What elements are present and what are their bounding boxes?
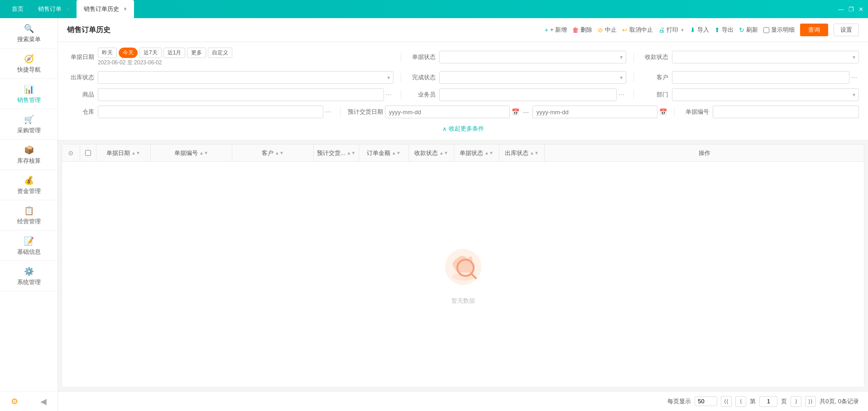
sidebar-item-inventory[interactable]: 📦 库存核算 [0,140,58,170]
chip-today[interactable]: 今天 [119,48,138,58]
tab-sales-order-label: 销售订单 [38,5,62,13]
sidebar-collapse-icon[interactable]: ◀ [40,396,47,406]
tab-sales-history-close[interactable]: × [124,6,127,12]
display-detail-checkbox[interactable]: 显示明细 [763,26,795,34]
tab-home[interactable]: 首页 [5,0,31,18]
th-status-sort-icon[interactable]: ▲▼ [484,151,494,155]
sidebar-item-operations[interactable]: 📋 经营管理 [0,200,58,231]
customer-control: ··· [672,71,859,84]
chip-yesterday[interactable]: 昨天 [98,48,117,58]
th-amount-sort-icon[interactable]: ▲▼ [392,151,401,155]
tab-sales-order-close[interactable]: × [66,6,69,12]
th-checkbox[interactable] [80,145,96,161]
next-page-button[interactable]: ⟩ [791,396,801,407]
export-button[interactable]: ⬆ 导出 [715,26,734,34]
new-button[interactable]: + + 新增 [545,26,567,34]
refresh-button[interactable]: ↻ 刷新 [739,26,758,34]
filter-area: 单据日期 昨天 今天 近7天 近1月 更多 自定义 2023-06-02 至 2… [58,42,868,140]
product-dots-icon[interactable]: ··· [384,91,393,98]
product-input[interactable] [98,88,384,101]
close-icon[interactable]: ✕ [858,6,863,13]
order-code-input[interactable] [713,106,859,118]
setting-button[interactable]: 设置 [834,24,859,36]
th-stock-sort-icon[interactable]: ▲▼ [530,151,539,155]
filter-row-3: 商品 ··· 业务员 ··· 部门 [67,88,859,101]
product-label: 商品 [67,91,94,99]
date-dash: — [523,109,529,116]
sidebar-item-purchase[interactable]: 🛒 采购管理 [0,109,58,140]
divider-1 [401,53,401,62]
order-status-select[interactable] [439,51,626,63]
sidebar-item-system[interactable]: ⚙️ 系统管理 [0,261,58,291]
th-delivery-sort-icon[interactable]: ▲▼ [347,151,356,155]
customer-input[interactable] [672,71,849,84]
stop-icon: ⊘ [598,26,603,34]
salesperson-input[interactable] [439,88,617,101]
minimize-icon[interactable]: — [838,6,844,13]
expected-date-label: 预计交货日期 [348,108,383,116]
warehouse-dots-icon[interactable]: ··· [323,108,333,116]
th-date-sort-icon[interactable]: ▲▼ [131,151,140,155]
expected-date-to[interactable] [532,106,657,118]
per-page-select[interactable]: 10 20 50 100 [695,396,717,406]
th-customer-sort-icon[interactable]: ▲▼ [275,151,284,155]
stop-button[interactable]: ⊘ 中止 [598,26,617,34]
chip-1month[interactable]: 近1月 [163,48,186,58]
import-button[interactable]: ⬇ 导入 [690,26,709,34]
chip-custom[interactable]: 自定义 [208,48,232,58]
export-icon: ⬆ [715,26,720,34]
cancel-stop-button[interactable]: ↩ 取消中止 [622,26,653,34]
sidebar-item-quicknav[interactable]: 🧭 快捷导航 [0,48,58,79]
chip-more[interactable]: 更多 [187,48,206,58]
sidebar-settings-icon[interactable]: ⚙ [11,396,18,406]
divider-4 [633,73,634,82]
expected-date-from[interactable] [385,106,510,118]
sidebar-item-sales[interactable]: 📊 销售管理 [0,79,58,109]
delete-button[interactable]: 🗑 删除 [572,26,592,34]
chip-7days[interactable]: 近7天 [139,48,162,58]
last-page-button[interactable]: ⟩⟩ [805,396,816,407]
calendar-to-icon[interactable]: 📅 [659,108,667,116]
toolbar: + + 新增 🗑 删除 ⊘ 中止 ↩ 取消中止 [545,24,859,36]
display-detail-input[interactable] [763,27,769,33]
sidebar-item-finance-label: 资金管理 [17,187,41,195]
tab-sales-history[interactable]: 销售订单历史 × [77,0,134,18]
tab-sales-order[interactable]: 销售订单 × [31,0,77,18]
stock-out-select[interactable] [98,71,393,84]
print-button[interactable]: 🖨 打印 ▼ [658,26,685,34]
th-settings[interactable]: ⚙ [62,145,80,161]
first-page-button[interactable]: ⟨⟨ [721,396,732,407]
restore-icon[interactable]: ❐ [849,6,854,13]
receipt-status-select[interactable] [672,51,859,63]
order-code-label: 单据编号 [682,108,709,116]
receipt-status-control: ▼ [672,51,859,63]
date-chips-row: 昨天 今天 近7天 近1月 更多 自定义 [98,48,232,58]
gear-icon[interactable]: ⚙ [68,150,74,157]
th-receipt-sort-icon[interactable]: ▲▼ [439,151,448,155]
sidebar-item-basicinfo[interactable]: 📝 基础信息 [0,231,58,261]
calendar-from-icon[interactable]: 📅 [512,108,519,116]
prev-page-button[interactable]: ⟨ [735,396,746,407]
warehouse-input[interactable] [98,106,323,118]
salesperson-control: ··· [439,88,626,101]
select-all-checkbox[interactable] [85,150,91,156]
th-code-sort-icon[interactable]: ▲▼ [199,151,208,155]
sidebar-item-finance[interactable]: 💰 资金管理 [0,170,58,200]
sidebar: 🔍 搜索菜单 🧭 快捷导航 📊 销售管理 🛒 采购管理 📦 库存核算 💰 资金管… [0,18,58,411]
refresh-icon: ↻ [739,26,744,34]
page-input[interactable] [759,396,777,407]
content-area: 销售订单历史 + + 新增 🗑 删除 ⊘ 中止 ↩ [58,18,868,411]
print-icon: 🖨 [658,26,665,34]
query-button[interactable]: 查询 [800,24,828,36]
customer-dots-icon[interactable]: ··· [849,74,859,81]
salesperson-label: 业务员 [408,91,436,99]
salesperson-dots-icon[interactable]: ··· [617,91,626,98]
print-arrow-icon: ▼ [680,28,685,33]
basicinfo-icon: 📝 [24,236,34,246]
per-page-select-wrapper: 10 20 50 100 [695,396,717,406]
department-select[interactable] [672,88,859,101]
quicknav-icon: 🧭 [24,54,34,64]
collapse-row[interactable]: ∧ 收起更多条件 [67,123,859,135]
complete-status-select[interactable] [439,71,626,84]
sidebar-item-search[interactable]: 🔍 搜索菜单 [0,18,58,48]
